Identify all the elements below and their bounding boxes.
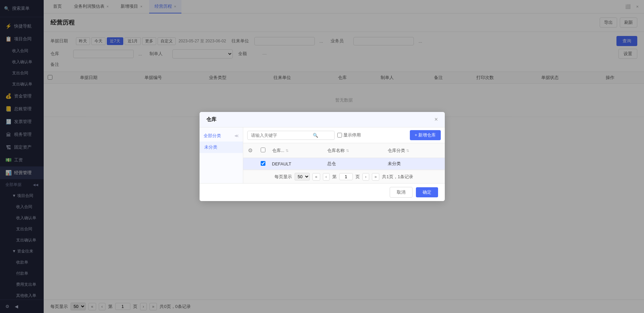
modal-body: 全部分类 ≪ 未分类 🔍 显示停用 — [200, 127, 445, 183]
confirm-button[interactable]: 确定 — [416, 187, 438, 197]
modal-page-unit: 页 — [355, 174, 360, 180]
show-disabled-checkbox[interactable] — [337, 133, 342, 138]
modal-col-code: 仓库... ⇅ — [269, 143, 324, 158]
modal-left-panel: 全部分类 ≪ 未分类 — [200, 127, 243, 183]
modal-prev-btn[interactable]: ‹ — [323, 173, 330, 181]
row-category-cell: 未分类 — [384, 158, 445, 170]
modal-search-icon: 🔍 — [313, 133, 318, 138]
row-code-cell: DEFAULT — [269, 158, 324, 170]
modal-title: 仓库 — [206, 116, 216, 123]
modal-col-name: 仓库名称 ⇅ — [324, 143, 384, 158]
row-gear-cell — [243, 158, 257, 170]
modal-right-panel: 🔍 显示停用 + 新增仓库 ⚙ — [243, 127, 445, 183]
modal-footer: 取消 确定 — [200, 183, 445, 201]
modal-col-category: 仓库分类 ⇅ — [384, 143, 445, 158]
modal-last-btn[interactable]: » — [372, 173, 380, 181]
modal-toolbar: 🔍 显示停用 + 新增仓库 — [243, 127, 445, 143]
uncategorized-label: 未分类 — [204, 145, 217, 150]
modal-per-page-select[interactable]: 50 — [295, 173, 310, 181]
modal-goto-label: 第 — [332, 174, 337, 180]
modal-overlay: 仓库 × 全部分类 ≪ 未分类 🔍 — [0, 0, 644, 313]
modal-col-gear: ⚙ — [243, 143, 257, 158]
modal-select-all[interactable] — [261, 148, 265, 152]
col-name-sort[interactable]: ⇅ — [346, 149, 349, 153]
modal-col-checkbox — [257, 143, 269, 158]
modal-search-box[interactable]: 🔍 — [247, 131, 335, 140]
modal-search-input[interactable] — [251, 133, 311, 138]
modal-pagination: 每页显示 50 « ‹ 第 › 页 › » 共1页，1条记录 — [243, 170, 445, 183]
modal-per-page-label: 每页显示 — [274, 174, 292, 180]
uncategorized-item[interactable]: 未分类 — [200, 142, 243, 153]
warehouse-modal: 仓库 × 全部分类 ≪ 未分类 🔍 — [200, 112, 445, 201]
show-disabled-label[interactable]: 显示停用 — [337, 132, 361, 138]
modal-total-info: 共1页，1条记录 — [382, 174, 413, 180]
cancel-button[interactable]: 取消 — [390, 187, 413, 198]
col-code-sort[interactable]: ⇅ — [286, 149, 289, 153]
modal-gear-btn[interactable]: ⚙ — [247, 146, 254, 155]
all-categories-label: 全部分类 — [204, 133, 221, 139]
add-warehouse-btn[interactable]: + 新增仓库 — [410, 130, 440, 140]
modal-page-input[interactable] — [339, 173, 353, 180]
row-checkbox[interactable] — [261, 161, 265, 166]
table-row[interactable]: DEFAULT 总仓 未分类 — [243, 158, 445, 170]
modal-first-btn[interactable]: « — [312, 173, 320, 181]
modal-next-btn[interactable]: › — [362, 173, 369, 181]
all-categories-header[interactable]: 全部分类 ≪ — [200, 130, 243, 142]
row-checkbox-cell — [257, 158, 269, 170]
row-name-cell: 总仓 — [324, 158, 384, 170]
modal-table: ⚙ 仓库... ⇅ 仓库名称 — [243, 143, 445, 170]
col-category-sort[interactable]: ⇅ — [406, 149, 409, 153]
modal-table-wrap: ⚙ 仓库... ⇅ 仓库名称 — [243, 143, 445, 170]
modal-close-btn[interactable]: × — [434, 116, 438, 123]
categories-collapse-arrow: ≪ — [234, 133, 239, 138]
modal-header: 仓库 × — [200, 112, 445, 127]
